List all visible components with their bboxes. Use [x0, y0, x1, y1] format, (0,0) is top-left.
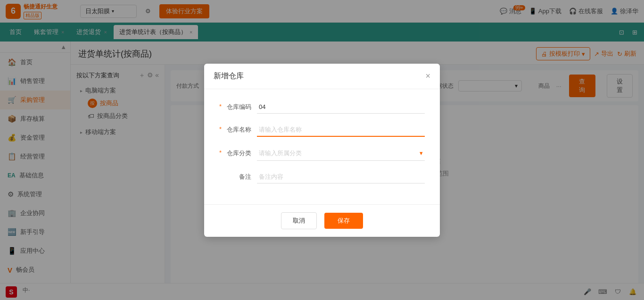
form-row-category: 仓库分类 请输入所属分类 ▾ [219, 146, 425, 161]
cancel-button[interactable]: 取消 [281, 212, 317, 229]
save-button[interactable]: 保存 [324, 213, 363, 229]
modal-body: 仓库编码 仓库名称 仓库分类 请输入所属分类 ▾ 备注 [204, 89, 440, 204]
form-row-note: 备注 [219, 170, 425, 183]
code-label: 仓库编码 [219, 103, 257, 111]
category-placeholder: 请输入所属分类 [259, 149, 302, 158]
modal-header: 新增仓库 × [204, 64, 440, 89]
category-select[interactable]: 请输入所属分类 ▾ [257, 146, 425, 161]
form-row-name: 仓库名称 [219, 123, 425, 137]
category-dropdown-icon: ▾ [420, 150, 423, 157]
modal-overlay[interactable]: 新增仓库 × 仓库编码 仓库名称 仓库分类 请输入所属分类 ▾ [0, 0, 644, 300]
name-label: 仓库名称 [219, 125, 257, 134]
add-warehouse-modal: 新增仓库 × 仓库编码 仓库名称 仓库分类 请输入所属分类 ▾ [204, 64, 440, 237]
form-row-code: 仓库编码 [219, 100, 425, 114]
modal-footer: 取消 保存 [204, 204, 440, 237]
modal-title: 新增仓库 [214, 71, 244, 81]
note-input[interactable] [257, 170, 425, 183]
category-label: 仓库分类 [219, 149, 257, 158]
name-input[interactable] [257, 123, 425, 137]
modal-close-icon[interactable]: × [425, 71, 430, 81]
note-label: 备注 [219, 173, 257, 181]
code-input[interactable] [257, 100, 425, 114]
